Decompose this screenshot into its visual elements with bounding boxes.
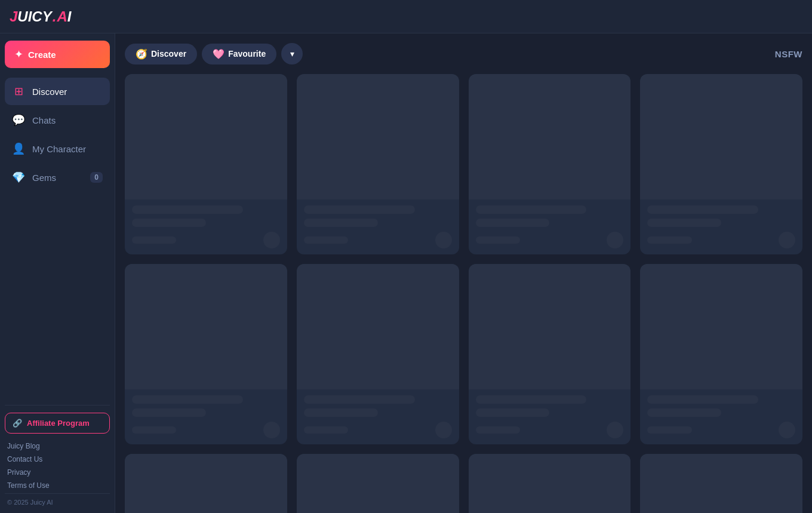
card-tag-skeleton	[647, 236, 691, 244]
app-header: J UICY . A I	[0, 0, 812, 33]
sidebar-item-gems-label: Gems	[32, 173, 56, 183]
card-title-skeleton	[647, 205, 758, 214]
card-image	[640, 74, 802, 199]
list-item[interactable]	[125, 264, 287, 444]
list-item[interactable]	[640, 264, 802, 444]
card-title-skeleton	[132, 395, 243, 404]
list-item[interactable]	[125, 454, 287, 513]
card-image	[640, 454, 802, 513]
chats-icon: 💬	[12, 113, 25, 127]
card-image	[469, 74, 631, 199]
favourite-tab[interactable]: 🩷 Favourite	[202, 44, 276, 64]
card-image	[469, 454, 631, 513]
card-footer	[304, 232, 452, 248]
card-subtitle-skeleton	[304, 219, 378, 227]
logo-separator: .	[53, 8, 57, 25]
card-title-skeleton	[476, 395, 587, 404]
card-subtitle-skeleton	[132, 408, 206, 417]
card-title-skeleton	[304, 205, 415, 214]
discover-tab[interactable]: 🧭 Discover	[125, 44, 197, 64]
list-item[interactable]	[297, 74, 459, 254]
card-tag-skeleton	[304, 426, 348, 434]
affiliate-label: Affiliate Program	[27, 419, 90, 428]
list-item[interactable]	[640, 74, 802, 254]
card-body	[125, 199, 287, 254]
card-tag-skeleton	[304, 236, 348, 244]
card-title-skeleton	[647, 395, 758, 404]
card-subtitle-skeleton	[476, 219, 550, 227]
card-image	[125, 454, 287, 513]
logo-text-j: J	[10, 8, 17, 25]
card-footer	[476, 422, 624, 438]
sidebar-nav: ⊞ Discover 💬 Chats 👤 My Character 💎 Gems…	[5, 78, 110, 192]
card-body	[125, 389, 287, 444]
card-subtitle-skeleton	[132, 219, 206, 227]
top-bar-left: 🧭 Discover 🩷 Favourite ▾	[125, 43, 303, 64]
main-layout: ✦ Create ⊞ Discover 💬 Chats 👤 My Charact…	[0, 33, 812, 513]
list-item[interactable]	[297, 454, 459, 513]
discover-tab-icon: 🧭	[136, 48, 147, 60]
footer-link-blog[interactable]: Juicy Blog	[7, 441, 107, 451]
card-avatar-skeleton	[607, 232, 623, 248]
list-item[interactable]	[125, 74, 287, 254]
my-character-icon: 👤	[12, 142, 25, 155]
main-content: 🧭 Discover 🩷 Favourite ▾ NSFW	[115, 33, 812, 513]
card-body	[297, 199, 459, 254]
discover-icon: ⊞	[12, 85, 25, 98]
list-item[interactable]	[469, 264, 631, 444]
create-button[interactable]: ✦ Create	[5, 41, 110, 68]
card-body	[640, 199, 802, 254]
card-avatar-skeleton	[435, 422, 452, 438]
card-footer	[304, 422, 452, 438]
card-avatar-skeleton	[263, 232, 280, 248]
footer-link-privacy[interactable]: Privacy	[7, 467, 107, 478]
cards-grid	[125, 74, 802, 513]
card-image	[297, 454, 459, 513]
list-item[interactable]	[640, 454, 802, 513]
affiliate-button[interactable]: 🔗 Affiliate Program	[5, 413, 110, 434]
list-item[interactable]	[297, 264, 459, 444]
nsfw-label: NSFW	[775, 49, 802, 59]
dropdown-button[interactable]: ▾	[281, 43, 303, 64]
card-footer	[476, 232, 624, 248]
sidebar: ✦ Create ⊞ Discover 💬 Chats 👤 My Charact…	[0, 33, 115, 513]
card-avatar-skeleton	[607, 422, 623, 438]
card-subtitle-skeleton	[647, 219, 721, 227]
card-body	[469, 199, 631, 254]
logo-text-a: A	[57, 8, 67, 25]
affiliate-icon: 🔗	[13, 419, 22, 428]
card-tag-skeleton	[132, 236, 176, 244]
card-body	[640, 389, 802, 444]
discover-tab-label: Discover	[151, 49, 186, 59]
card-image	[125, 74, 287, 199]
card-title-skeleton	[132, 205, 243, 214]
card-image	[640, 264, 802, 389]
card-tag-skeleton	[647, 426, 691, 434]
create-label: Create	[28, 50, 56, 60]
sidebar-item-discover[interactable]: ⊞ Discover	[5, 78, 110, 105]
footer-link-contact[interactable]: Contact Us	[7, 454, 107, 465]
card-tag-skeleton	[476, 236, 520, 244]
favourite-tab-label: Favourite	[228, 49, 266, 59]
card-title-skeleton	[476, 205, 587, 214]
card-avatar-skeleton	[779, 422, 795, 438]
list-item[interactable]	[469, 74, 631, 254]
card-image	[469, 264, 631, 389]
card-footer	[132, 232, 280, 248]
card-body	[469, 389, 631, 444]
list-item[interactable]	[469, 454, 631, 513]
sidebar-item-chats-label: Chats	[32, 115, 56, 125]
footer-link-terms[interactable]: Terms of Use	[7, 480, 107, 491]
card-tag-skeleton	[476, 426, 520, 434]
card-footer	[132, 422, 280, 438]
sidebar-item-my-character[interactable]: 👤 My Character	[5, 135, 110, 162]
card-subtitle-skeleton	[304, 408, 378, 417]
gems-icon: 💎	[12, 171, 25, 184]
card-image	[297, 264, 459, 389]
sidebar-item-chats[interactable]: 💬 Chats	[5, 106, 110, 134]
favourite-tab-icon: 🩷	[213, 48, 224, 60]
sidebar-item-gems[interactable]: 💎 Gems 0	[5, 164, 110, 191]
plus-icon: ✦	[14, 48, 23, 61]
logo-text-i: I	[67, 8, 72, 25]
card-body	[297, 389, 459, 444]
